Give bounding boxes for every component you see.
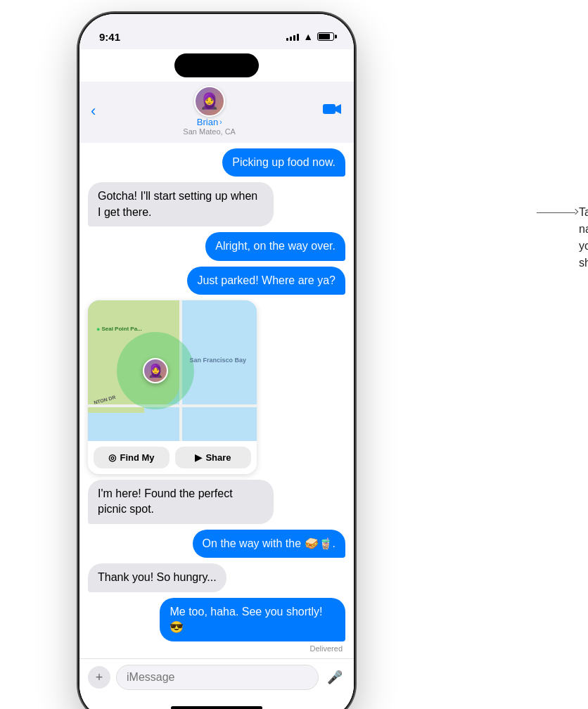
input-bar: + 🎤	[79, 658, 354, 696]
add-attachment-button[interactable]: +	[88, 666, 110, 689]
annotation-text: Tap your friend's name to change your lo…	[579, 204, 588, 272]
message-input[interactable]	[116, 665, 319, 690]
svg-rect-0	[323, 104, 335, 114]
battery-icon	[317, 32, 334, 41]
annotation: Tap your friend's name to change your lo…	[537, 204, 588, 272]
nav-bar: ‹ 🧕 Brian› San Mateo, CA	[79, 82, 354, 143]
wifi-icon: ▲	[303, 31, 313, 42]
findmy-icon: ◎	[108, 452, 116, 463]
message-row: Picking up food now.	[88, 148, 345, 177]
message-row: Alright, on the way over.	[88, 232, 345, 260]
status-bar: 9:41 ▲	[79, 14, 354, 49]
dynamic-island	[174, 53, 259, 77]
map-bay-label: San Francisco Bay	[189, 357, 246, 365]
status-icons: ▲	[286, 31, 334, 42]
delivered-label: Delivered	[88, 644, 345, 653]
message-row: Thank you! So hungry...	[88, 563, 345, 592]
messages-list: Picking up food now. Gotcha! I'll start …	[79, 143, 354, 658]
signal-bars-icon	[286, 32, 299, 41]
message-row: Just parked! Where are ya?	[88, 267, 345, 295]
message-bubble: Just parked! Where are ya?	[187, 267, 345, 295]
back-button[interactable]: ‹	[91, 102, 96, 120]
message-bubble: Alright, on the way over.	[205, 232, 345, 260]
message-row: I'm here! Found the perfect picnic spot.	[88, 480, 345, 524]
status-time: 9:41	[99, 31, 120, 43]
home-bar	[171, 706, 262, 709]
video-call-button[interactable]	[323, 102, 343, 120]
chevron-icon: ›	[219, 118, 222, 126]
message-row: On the way with the 🥪🧋.	[88, 530, 345, 558]
map-buttons: ◎ Find My ▶ Share	[88, 441, 257, 474]
map-message-row: 🧕 ● Seal Point Pa... San Francisco Bay N…	[88, 300, 345, 474]
message-bubble: Gotcha! I'll start setting up when I get…	[88, 182, 274, 226]
map-bubble[interactable]: 🧕 ● Seal Point Pa... San Francisco Bay N…	[88, 300, 257, 474]
map-avatar-pin: 🧕	[143, 358, 168, 383]
phone-screen: 9:41 ▲ ‹	[79, 14, 354, 709]
share-icon: ▶	[195, 452, 202, 463]
contact-name[interactable]: Brian›	[197, 117, 222, 127]
phone-frame: 9:41 ▲ ‹	[79, 14, 354, 709]
message-bubble: On the way with the 🥪🧋.	[193, 530, 345, 558]
message-row: Gotcha! I'll start setting up when I get…	[88, 182, 345, 226]
message-bubble: Picking up food now.	[222, 148, 345, 177]
find-my-button[interactable]: ◎ Find My	[94, 447, 170, 468]
message-bubble: I'm here! Found the perfect picnic spot.	[88, 480, 274, 524]
map-visual: 🧕 ● Seal Point Pa... San Francisco Bay N…	[88, 300, 257, 441]
message-bubble: Me too, haha. See you shortly! 😎	[160, 598, 345, 642]
mic-icon[interactable]: 🎤	[324, 667, 345, 688]
home-indicator	[79, 696, 354, 709]
map-seal-point-label: ● Seal Point Pa...	[96, 326, 142, 333]
contact-info[interactable]: 🧕 Brian› San Mateo, CA	[183, 86, 236, 136]
avatar: 🧕	[194, 86, 225, 117]
contact-location: San Mateo, CA	[183, 127, 236, 136]
message-bubble: Thank you! So hungry...	[88, 563, 226, 592]
share-location-button[interactable]: ▶ Share	[175, 447, 251, 468]
message-row: Me too, haha. See you shortly! 😎	[88, 598, 345, 642]
